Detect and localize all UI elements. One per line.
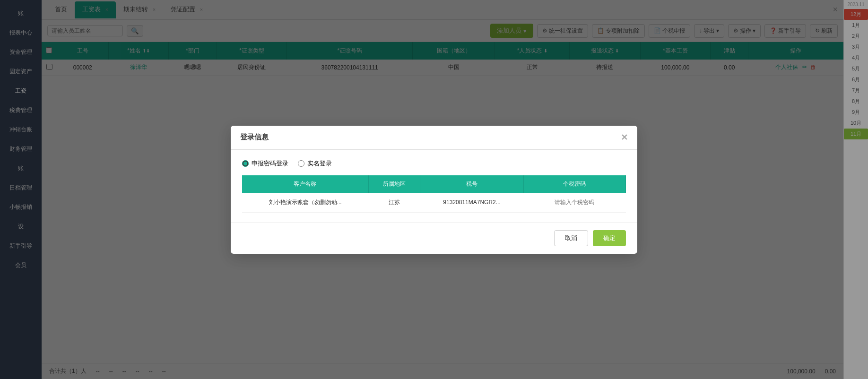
- col-tax-password: 个税密码: [523, 175, 625, 193]
- tax-password-input[interactable]: [546, 199, 603, 206]
- modal-header: 登录信息 ✕: [231, 126, 637, 150]
- col-customer-name: 客户名称: [242, 175, 368, 193]
- radio-password-input[interactable]: [242, 160, 249, 167]
- customer-table: 客户名称 所属地区 税号 个税密码 刘小艳演示账套（勿删勿动... 江苏 913…: [242, 175, 626, 213]
- modal-footer: 取消 确定: [231, 222, 637, 254]
- customer-region-cell: 江苏: [368, 193, 420, 213]
- customer-password-cell: [523, 193, 625, 213]
- customer-tax-id-cell: 91320811MA7NGR2...: [420, 193, 523, 213]
- col-tax-id: 税号: [420, 175, 523, 193]
- customer-row: 刘小艳演示账套（勿删勿动... 江苏 91320811MA7NGR2...: [242, 193, 626, 213]
- modal-close-button[interactable]: ✕: [621, 132, 628, 143]
- modal-body: 申报密码登录 实名登录 客户名称 所属地区 税号 个税密码: [231, 150, 637, 222]
- radio-password-login[interactable]: 申报密码登录: [242, 159, 288, 168]
- radio-realname-input[interactable]: [298, 160, 304, 167]
- modal-overlay: 登录信息 ✕ 申报密码登录 实名登录 客户名称 所属地区: [0, 0, 868, 379]
- customer-name-cell: 刘小艳演示账套（勿删勿动...: [242, 193, 368, 213]
- col-region: 所属地区: [368, 175, 420, 193]
- radio-realname-login[interactable]: 实名登录: [298, 159, 332, 168]
- modal-title: 登录信息: [240, 133, 269, 142]
- confirm-button[interactable]: 确定: [593, 230, 626, 246]
- login-info-modal: 登录信息 ✕ 申报密码登录 实名登录 客户名称 所属地区: [231, 126, 637, 254]
- cancel-button[interactable]: 取消: [554, 230, 588, 246]
- login-type-radio-group: 申报密码登录 实名登录: [242, 159, 626, 168]
